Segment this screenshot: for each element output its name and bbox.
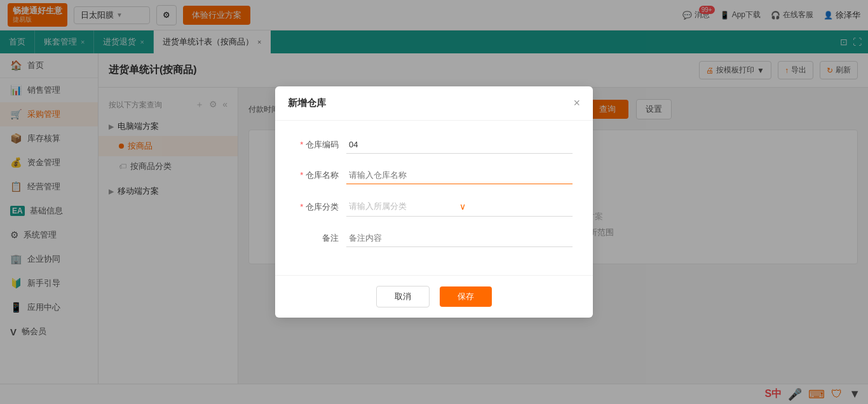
note-input[interactable] bbox=[346, 229, 573, 247]
modal-header: 新增仓库 × bbox=[275, 86, 593, 121]
category-placeholder: 请输入所属分类 bbox=[349, 201, 459, 212]
modal-footer: 取消 保存 bbox=[275, 275, 593, 318]
name-label: 仓库名称 bbox=[295, 170, 346, 181]
cancel-button[interactable]: 取消 bbox=[376, 286, 430, 307]
category-chevron-icon: ∨ bbox=[459, 201, 570, 212]
note-label: 备注 bbox=[295, 232, 346, 244]
category-selector[interactable]: 请输入所属分类 ∨ bbox=[346, 197, 573, 217]
category-label: 仓库分类 bbox=[295, 201, 346, 213]
form-row-name: 仓库名称 bbox=[295, 166, 573, 184]
modal-title: 新增仓库 bbox=[288, 97, 326, 109]
name-input[interactable] bbox=[346, 166, 573, 184]
form-row-category: 仓库分类 请输入所属分类 ∨ bbox=[295, 197, 573, 217]
code-label: 仓库编码 bbox=[295, 139, 346, 151]
modal-body: 仓库编码 仓库名称 仓库分类 请输入所属分类 ∨ 备注 bbox=[275, 121, 593, 275]
code-input[interactable] bbox=[346, 136, 573, 154]
form-row-code: 仓库编码 bbox=[295, 136, 573, 154]
form-row-note: 备注 bbox=[295, 229, 573, 247]
modal-close-icon[interactable]: × bbox=[573, 97, 580, 110]
new-warehouse-modal: 新增仓库 × 仓库编码 仓库名称 仓库分类 请输入所属分类 ∨ 备注 取消 保存 bbox=[275, 86, 593, 318]
save-button[interactable]: 保存 bbox=[440, 286, 492, 307]
